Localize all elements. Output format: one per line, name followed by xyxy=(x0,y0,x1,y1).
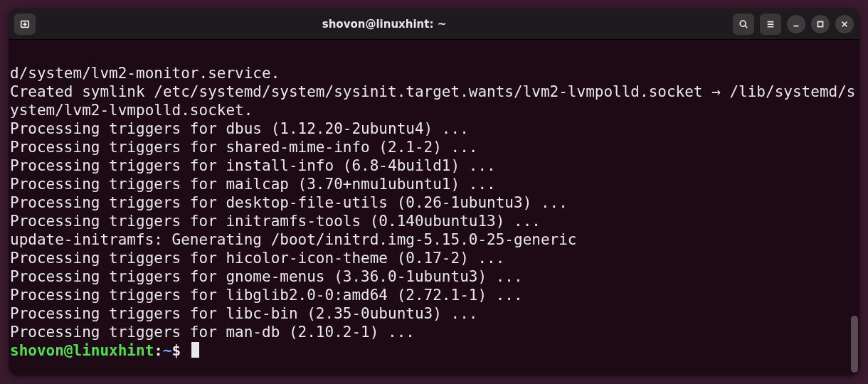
new-tab-button[interactable] xyxy=(14,14,36,35)
prompt-path: ~ xyxy=(163,342,172,359)
output-line: d/system/lvm2-monitor.service. xyxy=(10,64,859,82)
output-line: Processing triggers for shared-mime-info… xyxy=(10,138,859,156)
output-line: update-initramfs: Generating /boot/initr… xyxy=(10,230,859,249)
close-button[interactable] xyxy=(835,15,854,33)
svg-point-3 xyxy=(740,21,746,26)
scrollbar-thumb[interactable] xyxy=(851,316,858,373)
maximize-icon xyxy=(815,19,825,29)
output-line: Processing triggers for initramfs-tools … xyxy=(10,212,859,230)
output-line: Processing triggers for dbus (1.12.20-2u… xyxy=(10,119,859,138)
svg-rect-9 xyxy=(818,21,823,26)
prompt-userhost: shovon@linuxhint xyxy=(10,342,154,359)
menu-button[interactable] xyxy=(760,14,781,35)
output-line: Processing triggers for man-db (2.10.2-1… xyxy=(10,323,859,341)
terminal-window: shovon@linuxhint: ~ d/system/lvm2-monito… xyxy=(9,9,859,375)
prompt-sep: : xyxy=(154,342,163,359)
output-line: Processing triggers for mailcap (3.70+nm… xyxy=(10,175,859,193)
maximize-button[interactable] xyxy=(811,15,830,33)
prompt-dollar: $ xyxy=(172,342,190,359)
terminal-output[interactable]: d/system/lvm2-monitor.service.Created sy… xyxy=(9,40,859,375)
search-icon xyxy=(739,19,748,29)
titlebar: shovon@linuxhint: ~ xyxy=(9,9,859,40)
hamburger-icon xyxy=(766,19,776,29)
search-button[interactable] xyxy=(733,14,754,35)
cursor xyxy=(191,342,199,358)
svg-line-4 xyxy=(745,26,747,28)
output-line: Created symlink /etc/systemd/system/sysi… xyxy=(10,82,859,119)
prompt: shovon@linuxhint:~$ xyxy=(10,342,190,359)
close-icon xyxy=(840,19,850,29)
new-tab-icon xyxy=(20,19,30,29)
window-title: shovon@linuxhint: ~ xyxy=(36,18,733,31)
output-line: Processing triggers for libc-bin (2.35-0… xyxy=(10,304,859,323)
output-line: Processing triggers for desktop-file-uti… xyxy=(10,193,859,212)
minimize-button[interactable] xyxy=(787,15,805,33)
output-line: Processing triggers for install-info (6.… xyxy=(10,156,859,175)
output-line: Processing triggers for hicolor-icon-the… xyxy=(10,249,859,267)
minimize-icon xyxy=(791,19,801,29)
output-line: Processing triggers for gnome-menus (3.3… xyxy=(10,267,859,286)
output-line: Processing triggers for libglib2.0-0:amd… xyxy=(10,286,859,304)
